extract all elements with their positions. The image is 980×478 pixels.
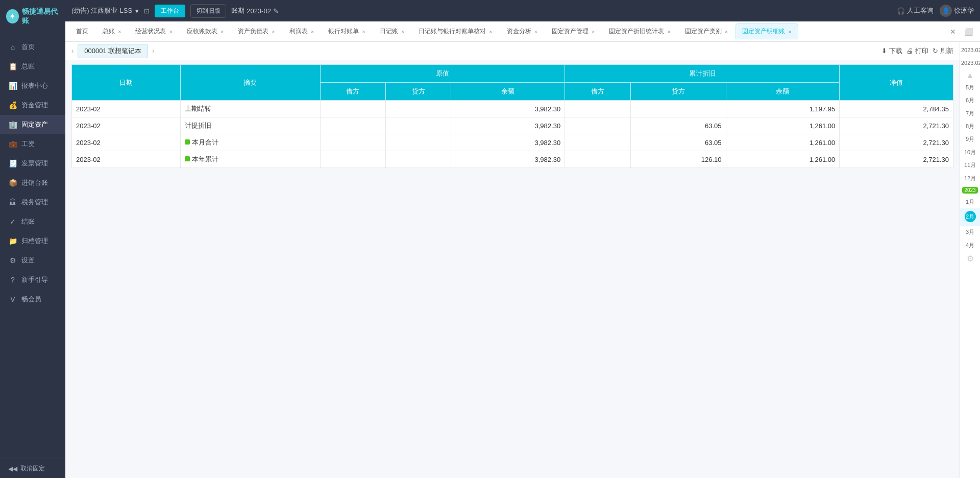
sidebar-label-tax: 税务管理 — [21, 198, 48, 207]
right-panel-month-3[interactable]: 3月 — [960, 226, 980, 238]
subtab-actions: ⬇ 下载 🖨 打印 ↻ 刷新 — [881, 46, 953, 56]
home-icon: ⌂ — [8, 42, 17, 52]
tab-income-close[interactable]: × — [311, 29, 314, 35]
sidebar-label-reports: 报表中心 — [21, 81, 48, 90]
unpin-button[interactable]: ◀◀ 取消固定 — [0, 459, 65, 478]
tab-fixed-assets-mgmt[interactable]: 固定资产管理 × — [545, 23, 601, 39]
right-panel-month-12[interactable]: 12月 — [960, 172, 980, 185]
tab-journal-label: 日记账 — [380, 27, 398, 36]
tab-bank-statement-close[interactable]: × — [362, 29, 365, 35]
tab-ledger-label: 总账 — [103, 27, 115, 36]
asset-name: 联想笔记本 — [108, 47, 141, 55]
sidebar-item-home[interactable]: ⌂ 首页 — [0, 37, 65, 57]
customer-service[interactable]: 🎧 人工客询 — [897, 6, 934, 15]
tab-home[interactable]: 首页 — [69, 23, 95, 39]
col-dep-credit: 贷方 — [630, 83, 726, 101]
tab-fixed-assets-detail-close[interactable]: × — [788, 29, 791, 35]
tab-fixed-assets-mgmt-close[interactable]: × — [592, 29, 595, 35]
right-panel-month-9[interactable]: 9月 — [960, 133, 980, 146]
content-area: ‹ 000001 联想笔记本 › ⬇ 下载 🖨 打印 — [65, 42, 980, 478]
refresh-action[interactable]: ↻ 刷新 — [933, 46, 953, 56]
headset-icon: 🎧 — [897, 7, 905, 15]
tab-reconciliation[interactable]: 日记账与银行对账单核对 × — [412, 23, 499, 39]
sidebar-item-guide[interactable]: ? 新手引导 — [0, 270, 65, 290]
sidebar-item-funds[interactable]: 💰 资金管理 — [0, 95, 65, 115]
right-panel-period-1[interactable]: 2023.02 — [960, 44, 980, 57]
tab-bank-statement[interactable]: 银行对账单 × — [322, 23, 372, 39]
right-panel-month-8[interactable]: 8月 — [960, 120, 980, 133]
tab-fixed-assets-detail[interactable]: 固定资产明细账 × — [736, 23, 798, 39]
archive-icon: 📁 — [8, 236, 17, 246]
active-month-circle: 2月 — [965, 211, 976, 222]
tab-journal[interactable]: 日记账 × — [373, 23, 411, 39]
col-summary: 摘要 — [181, 65, 320, 101]
copy-icon[interactable]: ⊡ — [144, 7, 150, 15]
col-original-group: 原值 — [320, 65, 565, 83]
tab-home-label: 首页 — [76, 27, 88, 36]
tab-fund-analysis[interactable]: 资金分析 × — [500, 23, 544, 39]
download-action[interactable]: ⬇ 下载 — [881, 46, 902, 56]
asset-subtab[interactable]: 000001 联想笔记本 — [78, 44, 148, 58]
tab-fixed-assets-category-close[interactable]: × — [725, 29, 728, 35]
tab-ledger-close[interactable]: × — [118, 29, 121, 35]
sidebar-item-settings[interactable]: ⚙ 设置 — [0, 251, 65, 270]
tab-receivables-close[interactable]: × — [220, 29, 224, 35]
workbench-button[interactable]: 工作台 — [155, 5, 185, 17]
nav-prev-icon[interactable]: ‹ — [71, 47, 74, 55]
maximize-button[interactable]: ⬜ — [961, 26, 976, 38]
company-selector[interactable]: (劲告) 江西服业-LSS ▾ — [71, 6, 139, 15]
right-panel-month-2-circle[interactable]: 2月 — [960, 208, 980, 226]
edit-period-icon[interactable]: ✎ — [273, 7, 279, 15]
sidebar-item-reports[interactable]: 📊 报表中心 — [0, 76, 65, 95]
nav-next-icon[interactable]: › — [152, 47, 154, 55]
sidebar-item-purchase-sales[interactable]: 📦 进销台账 — [0, 173, 65, 193]
sidebar-item-fixed-assets[interactable]: 🏢 固定资产 — [0, 115, 65, 134]
app-name: 畅捷通易代账 — [22, 7, 60, 26]
right-panel-period-2[interactable]: 2023.02 — [960, 57, 980, 69]
sidebar-label-fixed-assets: 固定资产 — [21, 120, 48, 129]
sidebar-item-ledger[interactable]: 📋 总账 — [0, 57, 65, 76]
sidebar-item-archive[interactable]: 📁 归档管理 — [0, 231, 65, 251]
download-icon: ⬇ — [881, 47, 887, 55]
right-panel-settings-icon[interactable]: ⚙ — [967, 252, 974, 266]
tab-management-report[interactable]: 经营状况表 × — [129, 23, 179, 39]
right-panel-month-11[interactable]: 11月 — [960, 159, 980, 172]
right-panel-month-5[interactable]: 5月 — [960, 81, 980, 94]
tab-depreciation-stats-close[interactable]: × — [667, 29, 670, 35]
table-row: 2023-02计提折旧3,982.3063.051,261.002,721.30 — [72, 117, 953, 134]
right-panel-month-6[interactable]: 6月 — [960, 94, 980, 107]
tab-fixed-assets-category[interactable]: 固定资产类别 × — [678, 23, 734, 39]
tab-balance-sheet[interactable]: 资产负债表 × — [231, 23, 281, 39]
close-all-button[interactable]: ✕ — [947, 26, 959, 38]
sidebar-item-membership[interactable]: V 畅会员 — [0, 290, 65, 309]
year-badge: 2023 — [962, 187, 977, 194]
sidebar-item-payroll[interactable]: 💼 工资 — [0, 134, 65, 154]
content-main: ‹ 000001 联想笔记本 › ⬇ 下载 🖨 打印 — [65, 42, 960, 478]
right-panel-month-7[interactable]: 7月 — [960, 107, 980, 120]
tab-reconciliation-close[interactable]: × — [489, 29, 492, 35]
tab-receivables-label: 应收账款表 — [187, 27, 217, 36]
subtab-nav: ‹ 000001 联想笔记本 › — [71, 44, 155, 58]
right-panel-up-arrow[interactable]: ▲ — [966, 70, 974, 81]
tab-ledger[interactable]: 总账 × — [96, 23, 128, 39]
tab-income[interactable]: 利润表 × — [283, 23, 321, 39]
service-label: 人工客询 — [907, 6, 934, 15]
sidebar-item-invoice[interactable]: 🧾 发票管理 — [0, 154, 65, 173]
tab-management-report-close[interactable]: × — [169, 29, 172, 35]
switch-version-button[interactable]: 切到旧版 — [190, 4, 226, 18]
tab-depreciation-stats[interactable]: 固定资产折旧统计表 × — [602, 23, 677, 39]
sidebar-item-settlement[interactable]: ✓ 结账 — [0, 212, 65, 231]
table-row: 2023-02本月合计3,982.3063.051,261.002,721.30 — [72, 134, 953, 151]
sidebar-item-tax[interactable]: 🏛 税务管理 — [0, 193, 65, 212]
main-area: (劲告) 江西服业-LSS ▾ ⊡ 工作台 切到旧版 账期 2023-02 ✎ … — [65, 0, 980, 478]
tab-receivables[interactable]: 应收账款表 × — [180, 23, 230, 39]
tab-balance-sheet-close[interactable]: × — [272, 29, 275, 35]
print-action[interactable]: 🖨 打印 — [906, 46, 928, 56]
tab-fund-analysis-close[interactable]: × — [534, 29, 537, 35]
right-panel-month-4[interactable]: 4月 — [960, 239, 980, 252]
sidebar-label-payroll: 工资 — [21, 139, 35, 149]
user-menu[interactable]: 👤 徐涿华 — [940, 5, 974, 17]
right-panel-month-10[interactable]: 10月 — [960, 146, 980, 159]
right-panel-month-1[interactable]: 1月 — [960, 196, 980, 208]
tab-journal-close[interactable]: × — [401, 29, 404, 35]
